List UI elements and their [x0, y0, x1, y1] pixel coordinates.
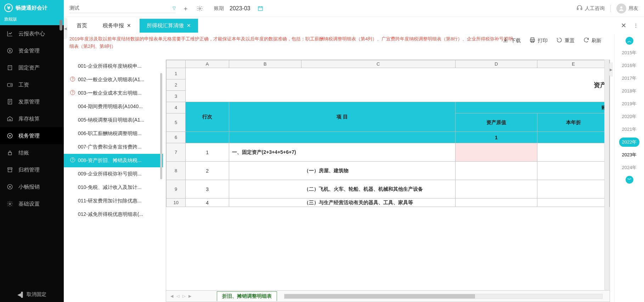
sheet-nav-prev[interactable]: ◁: [175, 294, 181, 298]
row-header[interactable]: 7: [166, 143, 186, 162]
cell-value[interactable]: [537, 180, 610, 198]
add-button[interactable]: ＋: [181, 4, 190, 13]
invoice-icon: [6, 98, 13, 105]
report-item-004[interactable]: 004-期间费用明细表(A1040...: [64, 100, 163, 113]
sidebar-item-invoice[interactable]: 发票管理: [0, 93, 64, 110]
reset-button[interactable]: 重置: [556, 37, 575, 44]
sidebar-scrollbar[interactable]: [60, 20, 62, 30]
row-header[interactable]: 6: [166, 132, 186, 143]
sheet-nav-first[interactable]: ◀: [169, 294, 175, 298]
user-menu[interactable]: 用友: [616, 4, 638, 13]
company-dropdown[interactable]: 测试 ▽: [69, 4, 176, 13]
row-header[interactable]: 8: [166, 162, 186, 180]
cell-value[interactable]: [537, 143, 610, 162]
close-icon[interactable]: ✕: [187, 23, 191, 28]
vertical-scrollbar[interactable]: [604, 60, 609, 290]
col-header-e[interactable]: E: [537, 60, 610, 68]
sheet-collapse-handle[interactable]: ▶: [609, 62, 613, 77]
unpin-icon: ◀▌: [17, 292, 25, 297]
sheet-nav-next[interactable]: ▷: [181, 294, 187, 298]
year-2021[interactable]: 2021年: [619, 125, 640, 134]
svg-rect-1: [8, 66, 12, 70]
year-up-button[interactable]: ︽: [626, 37, 633, 45]
sidebar-item-closing[interactable]: 结账: [0, 144, 64, 161]
sidebar-item-archive[interactable]: 归档管理: [0, 161, 64, 178]
print-button[interactable]: 打印: [529, 37, 548, 44]
report-item-005[interactable]: 005-纳税调整项目明细表(A1...: [64, 113, 163, 127]
sheet-tab[interactable]: 折旧、摊销调整明细表: [217, 291, 277, 301]
cell-value[interactable]: [455, 143, 537, 162]
sidebar-item-settings[interactable]: 基础设置: [0, 195, 64, 212]
refresh-button[interactable]: 刷新: [583, 37, 601, 44]
tabs-more[interactable]: ⋮: [633, 23, 638, 28]
tab-home[interactable]: 首页: [69, 19, 94, 33]
col-header-c[interactable]: C: [301, 60, 455, 68]
sidebar-item-inventory[interactable]: 库存核算: [0, 110, 64, 127]
report-item-011[interactable]: 011-研发费用加计扣除优惠...: [64, 194, 163, 208]
download-button[interactable]: 下载: [502, 37, 521, 44]
row-header[interactable]: 3: [166, 91, 186, 102]
report-item-012[interactable]: 012-减免所得税优惠明细表(...: [64, 208, 163, 221]
sidebar-item-reimburse[interactable]: 小畅报销: [0, 178, 64, 195]
row-header[interactable]: 5: [166, 113, 186, 132]
col-header-a[interactable]: A: [186, 60, 229, 68]
year-2016[interactable]: 2016年: [619, 61, 640, 70]
tab-income-tax-settlement[interactable]: 所得税汇算清缴✕: [140, 19, 198, 33]
tab-tax-declare[interactable]: 税务申报✕: [96, 19, 138, 33]
row-header[interactable]: 10: [166, 198, 186, 207]
sidebar-item-tax[interactable]: 税务管理: [0, 127, 64, 144]
row-header[interactable]: 4: [166, 102, 186, 113]
tabs-close-all[interactable]: ✕: [621, 22, 626, 29]
scrollbar-thumb[interactable]: [284, 294, 475, 298]
report-item-002[interactable]: ?002-一般企业收入明细表(A1...: [64, 73, 163, 86]
report-item-001[interactable]: 001-企业所得税年度纳税申...: [64, 60, 163, 73]
col-header-b[interactable]: B: [229, 60, 301, 68]
calendar-button[interactable]: [256, 4, 265, 13]
report-item-010[interactable]: 010-免税、减计收入及加计...: [64, 181, 163, 194]
cell-value[interactable]: [455, 198, 537, 207]
year-2019[interactable]: 2019年: [619, 99, 640, 108]
cell-line[interactable]: 1: [186, 143, 229, 162]
cell-line[interactable]: 2: [186, 162, 229, 180]
row-header[interactable]: 9: [166, 180, 186, 198]
report-item-006[interactable]: 006-职工薪酬纳税调整明细...: [64, 127, 163, 140]
cell-line[interactable]: 4: [186, 198, 229, 207]
sidebar-item-salary[interactable]: 工资: [0, 76, 64, 93]
close-icon[interactable]: ✕: [127, 23, 131, 28]
spreadsheet[interactable]: A B C D E 1资产 2 3 4 行次 项 目: [166, 60, 610, 291]
year-2022[interactable]: 2022年: [619, 138, 640, 147]
sheet-nav-last[interactable]: ▶: [187, 294, 193, 298]
sidebar-item-fixed-assets[interactable]: 固定资产: [0, 59, 64, 76]
year-down-button[interactable]: ︾: [626, 176, 633, 184]
report-item-003[interactable]: ?003-一般企业成本支出明细...: [64, 86, 163, 100]
archive-icon: [6, 166, 13, 173]
report-item-009[interactable]: 009-企业所得税弥补亏损明...: [64, 167, 163, 181]
row-header[interactable]: 1: [166, 68, 186, 79]
report-item-007[interactable]: 007-广告费和业务宣传费跨...: [64, 140, 163, 154]
cell-line[interactable]: 3: [186, 180, 229, 198]
cell-project[interactable]: （三）与生产经营活动有关的器具、工具、家具等: [301, 198, 455, 207]
year-2017[interactable]: 2017年: [619, 74, 640, 83]
cell-value[interactable]: [455, 162, 537, 180]
sidebar-item-funds[interactable]: 资金管理: [0, 42, 64, 59]
consult-button[interactable]: 人工咨询: [576, 5, 605, 12]
report-list-scrollbar[interactable]: [160, 73, 162, 179]
year-2018[interactable]: 2018年: [619, 86, 640, 96]
report-item-008[interactable]: ?008-资产折旧、摊销及纳税...: [64, 154, 163, 167]
cell-project[interactable]: （一）房屋、建筑物: [301, 162, 455, 180]
year-2015[interactable]: 2015年: [619, 48, 640, 57]
cell-project[interactable]: 一、固定资产(2+3+4+5+6+7): [229, 143, 455, 162]
cell-value[interactable]: [537, 162, 610, 180]
sidebar-item-report-center[interactable]: 云报表中心: [0, 25, 64, 42]
year-2024[interactable]: 2024年: [619, 163, 640, 172]
sidebar-unpin[interactable]: ◀▌ 取消固定: [0, 287, 64, 302]
cell-value[interactable]: [455, 180, 537, 198]
year-2020[interactable]: 2020年: [619, 112, 640, 121]
col-header-d[interactable]: D: [455, 60, 537, 68]
row-header[interactable]: 2: [166, 79, 186, 91]
cell-value[interactable]: [537, 198, 610, 207]
settings-button[interactable]: [196, 4, 204, 13]
cell-project[interactable]: （二）飞机、火车、轮船、机器、机械和其他生产设备: [301, 180, 455, 198]
horizontal-scrollbar[interactable]: ⋮⋮: [284, 294, 603, 299]
year-2023[interactable]: 2023年: [619, 150, 640, 160]
